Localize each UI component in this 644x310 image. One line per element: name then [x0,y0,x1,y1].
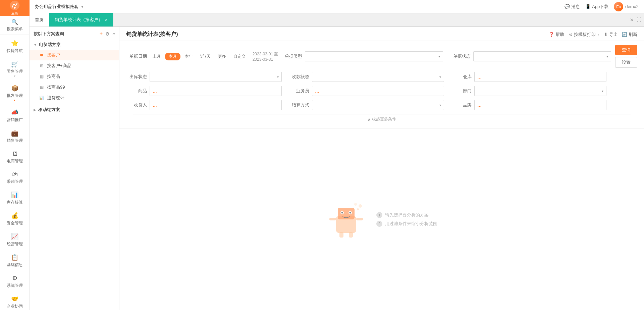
settings-button[interactable]: 设置 [615,57,637,68]
product-name-area[interactable]: 办公用品行业模拟账套 ▾ [35,4,84,10]
sidebar-item-sales[interactable]: 💼 销售管理 [0,126,30,147]
sidebar-item-purchase[interactable]: 🛍 采购管理 [0,167,30,188]
sidebar-item-quicknav[interactable]: ⭐ 快捷导航 [0,36,30,57]
product-label: 商品 [126,88,150,94]
dept-select[interactable]: ▾ [474,86,606,96]
scheme-return-stat[interactable]: 📊 退货统计 [30,93,119,103]
sidebar-item-basic[interactable]: 📋 基础信息 [0,250,30,271]
product-icon: ▦ [39,74,44,79]
export-icon: ⬇ [604,32,608,37]
svg-rect-11 [349,232,353,238]
refresh-icon: 🔄 [622,32,627,37]
out-status-label: 出库状态 [126,74,150,80]
date-tab-last7[interactable]: 近7天 [197,53,214,60]
tab-home[interactable]: 首页 [30,13,49,27]
payment-label: 结算方式 [288,102,312,108]
sidebar-item-label: 资金管理 [7,220,23,226]
sidebar-item-marketing[interactable]: 📣 营销推广 [0,105,30,126]
date-tabs: 上月 本月 本年 近7天 更多 自定义 [150,53,249,60]
sidebar-item-wholesale[interactable]: 📦 批发管理 ▲ [0,81,30,105]
app-logo[interactable]: 标版 [0,0,30,16]
sidebar-item-label: 销售管理 [7,138,23,144]
collapse-panel-btn[interactable]: « [112,31,115,37]
customer-product-icon: ⊞ [39,63,44,68]
date-tab-custom[interactable]: 自定义 [230,53,249,60]
receipt-status-label: 收款状态 [288,74,312,80]
help-btn[interactable]: ❓ 帮助 [549,32,564,38]
scheme-by-product99[interactable]: ▦ 按商品99 [30,82,119,93]
sidebar-item-enterprise[interactable]: 🤝 企业协同 [0,292,30,310]
operation-icon: 📈 [11,233,18,240]
tab-close-icon[interactable]: ✕ [105,18,108,22]
filter-row-3: 商品 … 业务员 … 部门 ▾ [126,86,637,96]
sidebar-item-label: 采购管理 [7,179,23,185]
refresh-btn[interactable]: 🔄 刷新 [622,32,637,38]
scheme-by-customer[interactable]: 按客户 [30,50,119,60]
payment-select[interactable]: ▾ [312,100,444,110]
settings-scheme-btn[interactable]: ⚙ [105,31,110,37]
page-title-bar: 销货单统计表(按客户) ❓ 帮助 🖨 按模板打印 ▼ ⬇ 导出 [119,27,644,41]
date-tab-this-month[interactable]: 本月 [165,53,180,60]
window-close-icon[interactable]: ✕ [630,17,634,22]
out-status-select[interactable]: ▾ [150,72,282,82]
date-range: 2023-03-01 至 2023-03-31 [253,51,282,62]
date-tab-more[interactable]: 更多 [215,53,229,60]
app-download-btn[interactable]: 📱 App下载 [585,4,608,10]
message-icon: 💬 [565,4,570,9]
left-panel: 按以下方案查询 + ⚙ « ▼ 电脑端方案 按客户 ⊞ [30,27,119,310]
product-select[interactable]: … [150,86,282,96]
brand-label: 品牌 [451,102,474,108]
sidebar-item-operation[interactable]: 📈 经营管理 [0,229,30,250]
date-tab-this-year[interactable]: 本年 [182,53,196,60]
page-title: 销货单统计表(按客户) [126,31,178,38]
chevron-down-icon: ▼ [13,74,16,78]
content-area: 按以下方案查询 + ⚙ « ▼ 电脑端方案 按客户 ⊞ [30,27,644,310]
desktop-section-title[interactable]: ▼ 电脑端方案 [30,40,119,50]
scheme-by-product[interactable]: ▦ 按商品 [30,71,119,82]
sidebar-item-finance[interactable]: 💰 资金管理 [0,209,30,229]
user-menu[interactable]: Ea demo2 [614,2,639,11]
mobile-section-label: 移动端方案 [38,107,60,113]
filter-area: 单据日期 上月 本月 本年 近7天 更多 自定义 2023-03-01 至 20… [119,41,644,128]
header-right: 💬 消息 📱 App下载 Ea demo2 [565,2,639,11]
query-button[interactable]: 查询 [615,45,637,55]
receipt-status-select[interactable]: ▾ [312,72,444,82]
print-label: 按模板打印 [574,32,596,38]
svg-point-14 [354,203,357,206]
tab-sales-stat[interactable]: 销货单统计表（按客户） ✕ [49,13,113,27]
salesperson-select[interactable]: … [312,86,444,96]
brand-select[interactable]: … [474,100,606,110]
consignee-select[interactable]: … [150,100,282,110]
scheme-label: 按商品 [47,73,60,80]
sidebar-item-system[interactable]: ⚙ 系统管理 [0,271,30,292]
product-dropdown-icon[interactable]: ▾ [81,4,84,9]
date-tab-last-month[interactable]: 上月 [150,53,164,60]
add-scheme-btn[interactable]: + [100,31,103,37]
avatar-text: Ea [616,5,621,9]
sidebar-item-label: 营销推广 [7,117,23,123]
page-actions: ❓ 帮助 🖨 按模板打印 ▼ ⬇ 导出 🔄 刷新 [549,32,637,38]
sidebar-item-inventory[interactable]: 📊 库存核算 [0,188,30,209]
mobile-section-title[interactable]: ▶ 移动端方案 [30,105,119,115]
window-maximize-icon[interactable]: ⛶ [637,17,641,22]
scheme-by-customer-product[interactable]: ⊞ 按客户+商品 [30,60,119,71]
export-label: 导出 [609,32,618,38]
tab-sales-stat-label: 销货单统计表（按客户） [55,17,103,23]
print-icon: 🖨 [568,32,573,37]
collapse-bar[interactable]: ∧ 收起更多条件 [133,114,631,124]
customer-icon [39,52,44,58]
sidebar-item-retail[interactable]: 🛒 零售管理 ▼ [0,57,30,81]
export-btn[interactable]: ⬇ 导出 [604,32,618,38]
doc-type-select[interactable]: ▾ [305,51,443,61]
sidebar-search[interactable]: 🔍 搜索菜单 [0,16,30,35]
consignee-dots: … [153,103,158,108]
ecom-icon: 🖥 [12,150,18,157]
warehouse-select[interactable]: … [474,72,606,82]
empty-state: 1 请先选择要分析的方案 2 用过滤条件来缩小分析范围 [119,128,644,310]
receipt-status-chevron: ▾ [439,75,441,79]
message-btn[interactable]: 💬 消息 [565,4,580,10]
sidebar-item-ecom[interactable]: 🖥 电商管理 [0,147,30,167]
sidebar-item-label: 库存核算 [7,200,23,205]
print-btn[interactable]: 🖨 按模板打印 ▼ [568,32,600,38]
doc-status-select[interactable]: ▾ [473,51,611,61]
